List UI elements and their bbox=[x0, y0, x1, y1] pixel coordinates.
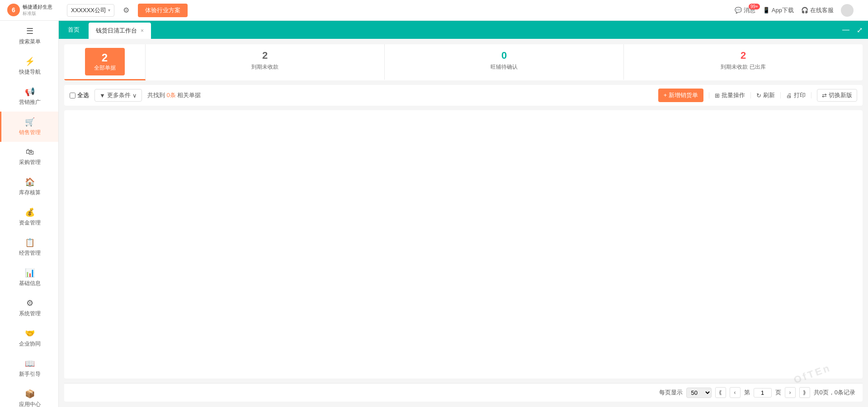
sidebar-label-inventory: 库存核算 bbox=[19, 189, 41, 196]
sidebar-label-quick-nav: 快捷导航 bbox=[19, 68, 41, 76]
switch-icon: ⇄ bbox=[822, 92, 827, 99]
logo-icon: 6 bbox=[7, 4, 20, 16]
stat-all-label: 全部单据 bbox=[94, 64, 116, 72]
refresh-button[interactable]: ↻ 刷新 bbox=[756, 91, 775, 99]
operations-icon: 📋 bbox=[25, 238, 35, 248]
sidebar-item-app-center[interactable]: 📦 应用中心 bbox=[0, 384, 58, 407]
logo-sub: 标准版 bbox=[23, 10, 52, 17]
stat-card-pending[interactable]: 0 旺辅待确认 bbox=[385, 44, 624, 80]
quick-nav-icon: ⚡ bbox=[25, 56, 35, 66]
found-count: 0条 bbox=[167, 92, 176, 98]
page-suffix: 页 bbox=[775, 388, 781, 397]
stat-pending-label: 旺辅待确认 bbox=[491, 63, 518, 71]
app-download-button[interactable]: 📱 App下载 bbox=[763, 6, 794, 14]
sidebar-item-operations[interactable]: 📋 经营管理 bbox=[0, 232, 58, 262]
filter-button[interactable]: ▼ 更多条件 ∨ bbox=[94, 89, 142, 102]
sidebar-label-purchase: 采购管理 bbox=[19, 159, 41, 166]
sidebar-label-basic-info: 基础信息 bbox=[19, 280, 41, 287]
filter-label: 更多条件 bbox=[107, 91, 131, 99]
logo-text-area: 畅捷通好生意 标准版 bbox=[23, 4, 52, 16]
select-all-input[interactable] bbox=[70, 93, 75, 98]
first-page-button[interactable]: ⟪ bbox=[715, 387, 726, 398]
tab-maximize-icon[interactable]: ⤢ bbox=[855, 24, 864, 36]
online-service-button[interactable]: 🎧 在线客服 bbox=[801, 6, 834, 14]
inventory-icon: 🏠 bbox=[25, 177, 35, 187]
switch-new-version-button[interactable]: ⇄ 切换新版 bbox=[817, 89, 857, 102]
sidebar: ☰ 搜索菜单 ⚡ 快捷导航 📢 营销推广 🛒 销售管理 🛍 采购管理 🏠 库存核… bbox=[0, 21, 59, 407]
divider-4 bbox=[811, 92, 811, 98]
last-page-button[interactable]: ⟫ bbox=[799, 387, 810, 398]
batch-operation-button[interactable]: ⊞ 批量操作 bbox=[715, 91, 745, 99]
purchase-icon: 🛍 bbox=[26, 147, 34, 157]
online-service-label: 在线客服 bbox=[810, 6, 834, 14]
topbar-right: 💬 消息 99+ 📱 App下载 🎧 在线客服 bbox=[735, 4, 861, 17]
page-size-label: 每页显示 bbox=[659, 388, 683, 397]
select-all-checkbox[interactable]: 全选 bbox=[70, 91, 89, 99]
app-download-icon: 📱 bbox=[763, 7, 770, 14]
user-avatar[interactable] bbox=[841, 4, 854, 17]
switch-label: 切换新版 bbox=[829, 91, 852, 99]
filter-chevron-icon: ∨ bbox=[132, 92, 137, 99]
sidebar-item-basic-info[interactable]: 📊 基础信息 bbox=[0, 262, 58, 293]
sidebar-item-inventory[interactable]: 🏠 库存核算 bbox=[0, 172, 58, 202]
print-icon: 🖨 bbox=[786, 92, 792, 99]
pagination: 每页显示 50 100 200 ⟪ ‹ 第 页 › ⟫ 共0页，0条记录 bbox=[64, 383, 863, 402]
select-all-label: 全选 bbox=[77, 91, 89, 99]
sidebar-item-finance[interactable]: 💰 资金管理 bbox=[0, 202, 58, 232]
sidebar-item-search-menu[interactable]: ☰ 搜索菜单 bbox=[0, 21, 58, 51]
stat-overdue-label: 到期未收款 bbox=[251, 63, 278, 71]
sidebar-item-purchase[interactable]: 🛍 采购管理 bbox=[0, 142, 58, 172]
print-label: 打印 bbox=[794, 91, 806, 99]
table-area bbox=[64, 110, 863, 379]
settings-icon[interactable]: ⚙ bbox=[120, 4, 132, 17]
prev-page-button[interactable]: ‹ bbox=[730, 387, 741, 398]
finance-icon: 💰 bbox=[25, 207, 35, 217]
marketing-icon: 📢 bbox=[25, 87, 35, 97]
message-button[interactable]: 💬 消息 99+ bbox=[735, 6, 755, 14]
stat-card-shipped[interactable]: 2 到期未收款 已出库 bbox=[624, 44, 863, 80]
sidebar-item-enterprise[interactable]: 🤝 企业协同 bbox=[0, 323, 58, 353]
stat-card-all[interactable]: 2 全部单据 bbox=[64, 44, 146, 80]
system-icon: ⚙ bbox=[26, 298, 33, 308]
tab-current[interactable]: 钱货日清工作台 × bbox=[89, 23, 151, 39]
sales-icon: 🛒 bbox=[25, 117, 35, 127]
sidebar-item-quick-nav[interactable]: ⚡ 快捷导航 bbox=[0, 51, 58, 81]
page-content: 2 全部单据 2 到期未收款 0 旺辅待确认 2 到期未收款 已出库 bbox=[59, 39, 868, 407]
stat-shipped-number: 2 bbox=[741, 50, 746, 61]
message-icon: 💬 bbox=[735, 7, 742, 14]
trial-button[interactable]: 体验行业方案 bbox=[138, 4, 188, 17]
page-input[interactable] bbox=[754, 388, 772, 398]
main-layout: ☰ 搜索菜单 ⚡ 快捷导航 📢 营销推广 🛒 销售管理 🛍 采购管理 🏠 库存核… bbox=[0, 21, 868, 407]
logo-text: 畅捷通好生意 bbox=[23, 4, 52, 10]
sidebar-label-sales: 销售管理 bbox=[19, 129, 41, 136]
divider-2 bbox=[750, 92, 751, 98]
stat-card-overdue[interactable]: 2 到期未收款 bbox=[146, 44, 385, 80]
sidebar-label-guide: 新手引导 bbox=[19, 370, 41, 378]
page-size-select[interactable]: 50 100 200 bbox=[686, 388, 712, 398]
divider-3 bbox=[780, 92, 781, 98]
tab-close-icon[interactable]: × bbox=[141, 28, 144, 34]
sidebar-item-system[interactable]: ⚙ 系统管理 bbox=[0, 293, 58, 323]
chevron-down-icon: ▾ bbox=[108, 8, 110, 13]
stat-shipped-label: 到期未收款 已出库 bbox=[721, 63, 765, 71]
topbar-left: 6 畅捷通好生意 标准版 XXXXXX公司 ▾ ⚙ 体验行业方案 bbox=[7, 4, 188, 17]
app-download-label: App下载 bbox=[772, 6, 794, 14]
tab-label: 钱货日清工作台 bbox=[96, 27, 137, 35]
company-selector[interactable]: XXXXXX公司 ▾ bbox=[67, 4, 114, 17]
tab-minimize-icon[interactable]: — bbox=[840, 24, 851, 36]
tab-home[interactable]: 首页 bbox=[59, 21, 89, 39]
sidebar-label-app-center: 应用中心 bbox=[19, 401, 41, 407]
sidebar-item-marketing[interactable]: 📢 营销推广 bbox=[0, 81, 58, 112]
add-sales-order-button[interactable]: + 新增销货单 bbox=[658, 89, 703, 102]
sidebar-item-guide[interactable]: 📖 新手引导 bbox=[0, 353, 58, 384]
next-page-button[interactable]: › bbox=[785, 387, 796, 398]
sidebar-item-sales[interactable]: 🛒 销售管理 bbox=[0, 112, 58, 142]
tab-bar: 首页 钱货日清工作台 × — ⤢ bbox=[59, 21, 868, 39]
sidebar-label-operations: 经营管理 bbox=[19, 249, 41, 257]
print-button[interactable]: 🖨 打印 bbox=[786, 91, 806, 99]
found-text: 共找到 0条 相关单据 bbox=[147, 91, 201, 99]
stat-overdue-number: 2 bbox=[262, 50, 268, 61]
refresh-icon: ↻ bbox=[756, 92, 761, 99]
message-badge: 99+ bbox=[749, 4, 760, 9]
page-total: 共0页，0条记录 bbox=[814, 388, 855, 397]
